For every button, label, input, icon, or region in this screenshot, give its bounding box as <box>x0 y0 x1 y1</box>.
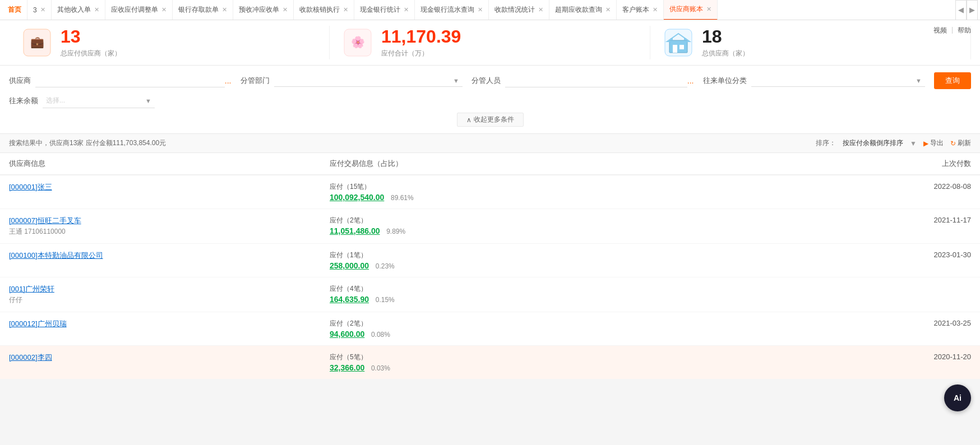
stat-amount-content: 11,170.39 应付合计（万） <box>381 27 461 58</box>
trans-label-2: 应付（1笔） <box>330 251 714 260</box>
help-link[interactable]: 帮助 <box>958 26 971 35</box>
svg-text:🌸: 🌸 <box>351 35 365 49</box>
transaction-cell-3: 应付（4笔） 164,635.90 0.15% <box>330 284 714 304</box>
nav-tab-collection-exec-close[interactable]: ✕ <box>343 6 348 13</box>
table-row[interactable]: [000012]广州贝瑞 应付（2笔） 94,600.00 0.08% 2021… <box>0 312 980 346</box>
supplier-input[interactable] <box>35 74 225 87</box>
result-bar-right: 排序： 按应付余额倒序排序 ▼ ▶ 导出 ↻ 刷新 <box>816 138 971 148</box>
video-link[interactable]: 视频 <box>933 26 947 35</box>
nav-tab-customer-ledger-close[interactable]: ✕ <box>653 6 658 13</box>
nav-tab-cash-stat[interactable]: 现金银行统计 ✕ <box>354 0 415 20</box>
nav-tab-collection-exec[interactable]: 收款核销执行 ✕ <box>294 0 354 20</box>
supplier-link-3[interactable]: [001]广州荣轩 <box>9 284 330 294</box>
export-button[interactable]: ▶ 导出 <box>923 138 944 148</box>
nav-tab-bank-deposit[interactable]: 银行存取款单 ✕ <box>173 0 233 20</box>
collapse-section: ∧ 收起更多条件 <box>9 113 971 127</box>
trans-amount-5[interactable]: 32,366.00 <box>330 363 364 372</box>
nav-tab-3-close[interactable]: ✕ <box>40 6 45 13</box>
nav-tab-cash-flow-close[interactable]: ✕ <box>478 6 483 13</box>
supplier-cell-3: [001]广州荣轩 仔仔 <box>9 284 330 305</box>
stat-amount-label: 应付合计（万） <box>381 49 461 58</box>
stats-bar: 💼 13 总应付供应商（家） 🌸 11,170.39 应付合计（万） <box>0 20 980 66</box>
sort-dropdown-icon[interactable]: ▼ <box>910 140 917 147</box>
stat-total-supplier-label: 总供应商（家） <box>702 49 749 58</box>
nav-prev-arrow[interactable]: ◀ <box>955 0 967 20</box>
nav-tab-collection-stat[interactable]: 收款情况统计 ✕ <box>489 0 549 20</box>
filter-supplier: 供应商 ... <box>9 74 232 87</box>
dept-dropdown-icon: ▼ <box>453 77 459 84</box>
trans-label-0: 应付（15笔） <box>330 182 714 192</box>
nav-tab-overdue-ar-close[interactable]: ✕ <box>605 6 611 13</box>
balance-placeholder: 选择... <box>46 96 65 105</box>
nav-tab-cash-flow[interactable]: 现金银行流水查询 ✕ <box>415 0 489 20</box>
sort-value[interactable]: 按应付余额倒序排序 <box>843 138 903 148</box>
transaction-cell-5: 应付（5笔） 32,366.00 0.03% <box>330 353 714 372</box>
table-row[interactable]: [000100]本特勤油品有限公司 应付（1笔） 258,000.00 0.23… <box>0 244 980 277</box>
table-row[interactable]: [000001]张三 应付（15笔） 100,092,540.00 89.61%… <box>0 175 980 209</box>
nav-tab-home[interactable]: 首页 <box>2 0 27 20</box>
transaction-cell-1: 应付（2笔） 11,051,486.00 9.89% <box>330 216 714 235</box>
nav-tab-other-income-close[interactable]: ✕ <box>94 6 99 13</box>
nav-tab-other-income[interactable]: 其他收入单 ✕ <box>52 0 105 20</box>
nav-tab-overdue-ar[interactable]: 超期应收款查询 ✕ <box>549 0 617 20</box>
supplier-link-4[interactable]: [000012]广州贝瑞 <box>9 319 330 329</box>
nav-tab-bank-deposit-label: 银行存取款单 <box>178 5 219 15</box>
export-label: 导出 <box>930 138 944 148</box>
nav-tab-bank-deposit-close[interactable]: ✕ <box>222 6 227 13</box>
supplier-link-0[interactable]: [000001]张三 <box>9 182 330 192</box>
supplier-link-5[interactable]: [000002]李四 <box>9 353 330 363</box>
trans-percent-5: 0.03% <box>371 364 390 372</box>
transaction-cell-0: 应付（15笔） 100,092,540.00 89.61% <box>330 182 714 202</box>
stat-payable-number: 13 <box>61 27 121 47</box>
table-row[interactable]: [000007]恒旺二手叉车 王通 17106110000 应付（2笔） 11,… <box>0 209 980 244</box>
trans-amount-0[interactable]: 100,092,540.00 <box>330 193 384 202</box>
nav-tab-customer-ledger[interactable]: 客户账本 ✕ <box>617 0 664 20</box>
nav-tab-advance-offset[interactable]: 预收冲应收单 ✕ <box>233 0 294 20</box>
nav-tab-supplier-ledger[interactable]: 供应商账本 ✕ <box>664 0 718 20</box>
filter-dept: 分管部门 ▼ <box>241 75 463 87</box>
svg-rect-5 <box>669 40 687 53</box>
trans-amount-4[interactable]: 94,600.00 <box>330 330 364 339</box>
balance-dropdown-icon: ▼ <box>145 98 151 104</box>
person-input[interactable] <box>505 74 687 87</box>
nav-tab-3[interactable]: 3 ✕ <box>27 0 52 20</box>
nav-tab-collection-stat-close[interactable]: ✕ <box>538 6 543 13</box>
nav-tab-advance-offset-close[interactable]: ✕ <box>283 6 288 13</box>
nav-tab-ar-adjust-close[interactable]: ✕ <box>161 6 167 13</box>
person-ellipsis[interactable]: ... <box>687 76 694 85</box>
nav-tab-supplier-ledger-label: 供应商账本 <box>669 4 703 14</box>
nav-next-arrow[interactable]: ▶ <box>967 0 978 20</box>
trans-percent-0: 89.61% <box>391 194 414 202</box>
nav-tab-overdue-ar-label: 超期应收款查询 <box>555 5 602 15</box>
refresh-label: 刷新 <box>958 138 971 148</box>
nav-tab-supplier-ledger-close[interactable]: ✕ <box>706 6 711 13</box>
nav-tab-cash-stat-close[interactable]: ✕ <box>404 6 409 13</box>
table-row[interactable]: [000002]李四 应付（5笔） 32,366.00 0.03% 2020-1… <box>0 346 980 379</box>
table-row[interactable]: [001]广州荣轩 仔仔 应付（4笔） 164,635.90 0.15% <box>0 277 980 312</box>
trans-percent-4: 0.08% <box>371 331 390 339</box>
supplier-link-1[interactable]: [000007]恒旺二手叉车 <box>9 216 330 226</box>
filter-row-1: 供应商 ... 分管部门 ▼ 分管人员 ... 往来单位分类 ▼ 查询 <box>9 72 971 89</box>
dept-label: 分管部门 <box>241 76 270 86</box>
trans-amount-3[interactable]: 164,635.90 <box>330 295 369 304</box>
lastpay-cell-2: 2023-01-30 <box>714 251 971 259</box>
collapse-button[interactable]: ∧ 收起更多条件 <box>457 113 524 127</box>
category-select[interactable]: ▼ <box>751 75 926 87</box>
lastpay-cell-1: 2021-11-17 <box>714 216 971 224</box>
trans-amount-1[interactable]: 11,051,486.00 <box>330 226 380 235</box>
refresh-button[interactable]: ↻ 刷新 <box>950 138 971 148</box>
supplier-cell-2: [000100]本特勤油品有限公司 <box>9 251 330 261</box>
trans-amount-2[interactable]: 258,000.00 <box>330 261 369 270</box>
svg-text:💼: 💼 <box>30 35 44 49</box>
dept-select[interactable]: ▼ <box>274 75 463 87</box>
nav-tab-ar-adjust[interactable]: 应收应付调整单 ✕ <box>105 0 173 20</box>
nav-tab-other-income-label: 其他收入单 <box>57 5 91 15</box>
nav-tab-advance-offset-label: 预收冲应收单 <box>239 5 279 15</box>
category-label: 往来单位分类 <box>703 76 747 86</box>
result-bar-left: 搜索结果中，供应商13家 应付金额111,703,854.00元 <box>9 138 166 148</box>
supplier-link-2[interactable]: [000100]本特勤油品有限公司 <box>9 251 330 261</box>
balance-select[interactable]: 选择... ▼ <box>43 94 155 108</box>
trans-label-4: 应付（2笔） <box>330 319 714 328</box>
supplier-ellipsis[interactable]: ... <box>225 76 232 85</box>
query-button[interactable]: 查询 <box>934 72 971 89</box>
